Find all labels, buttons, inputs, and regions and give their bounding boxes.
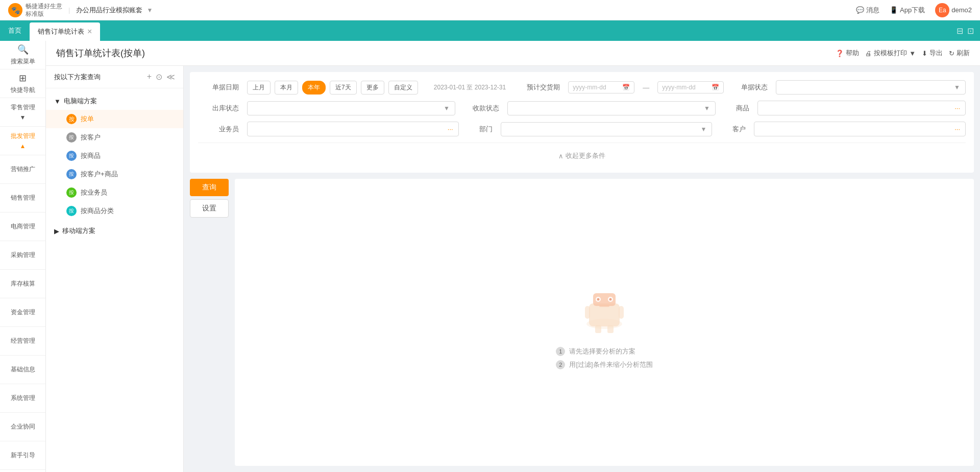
top-bar-left: 🐾 畅捷通好生意 标准版 | 办公用品行业模拟账套 ▼ xyxy=(8,3,153,17)
message-button[interactable]: 💬 消息 xyxy=(856,6,879,15)
tree-child-by-goods[interactable]: 按 按商品 xyxy=(46,147,183,165)
tree-child-by-customer-goods[interactable]: 按 按客户+商品 xyxy=(46,165,183,183)
more-dates-btn[interactable]: 更多 xyxy=(361,81,384,95)
tree-child-by-order[interactable]: 按 按单 xyxy=(46,110,183,128)
page-actions: ❓ 帮助 🖨 按模板打印 ▼ ⬇ 导出 ↻ 刷新 xyxy=(836,49,970,58)
last-7days-btn[interactable]: 近7天 xyxy=(330,81,357,95)
export-icon: ⬇ xyxy=(922,50,927,57)
breadcrumb-text: 办公用品行业模拟账套 xyxy=(76,6,142,15)
tab-home[interactable]: 首页 xyxy=(0,20,30,41)
delivery-date-to[interactable]: yyyy-mm-dd 📅 xyxy=(657,81,724,93)
tree-child-by-customer[interactable]: 按 按客户 xyxy=(46,128,183,147)
empty-tip-2: 2 用[过滤]条件来缩小分析范围 xyxy=(556,360,652,369)
salesperson-label: 业务员 xyxy=(198,125,239,134)
refresh-button[interactable]: ↻ 刷新 xyxy=(949,49,970,58)
filter-row-2: 出库状态 ▼ 收款状态 ▼ 商品 ··· xyxy=(198,101,966,115)
sidebar-item-app-center[interactable]: 应用中心 xyxy=(0,470,45,472)
svg-rect-10 xyxy=(595,325,601,333)
sidebar-item-ecom[interactable]: 电商管理 xyxy=(0,213,45,241)
collapse-icon: ∧ xyxy=(558,152,564,160)
empty-illustration xyxy=(574,275,635,337)
tab-close-icon[interactable]: × xyxy=(87,27,92,36)
sidebar-item-search[interactable]: 🔍 搜索菜单 xyxy=(0,41,45,69)
logo-area: 🐾 畅捷通好生意 标准版 xyxy=(8,3,62,17)
outbound-status-select[interactable]: ▼ xyxy=(247,101,455,115)
query-button[interactable]: 查询 xyxy=(190,179,229,196)
collapse-more-conditions[interactable]: ∧ 收起更多条件 xyxy=(554,147,609,164)
customer-input[interactable]: ··· xyxy=(754,122,966,136)
this-year-btn[interactable]: 本年 xyxy=(302,81,326,95)
tree-child-by-category[interactable]: 按 按商品分类 xyxy=(46,202,183,220)
sidebar-item-marketing[interactable]: 营销推广 xyxy=(0,155,45,184)
custom-date-btn[interactable]: 自定义 xyxy=(388,81,418,95)
dept-label: 部门 xyxy=(467,125,493,134)
breadcrumb-dropdown-icon[interactable]: ▼ xyxy=(146,7,153,14)
scheme-tree: ▼ 电脑端方案 按 按单 按 按客户 按 按商品 xyxy=(46,88,183,244)
sidebar-item-system[interactable]: 系统管理 xyxy=(0,384,45,413)
sidebar-item-retail[interactable]: 零售管理 ▼ xyxy=(0,98,45,127)
sidebar-item-operations[interactable]: 经营管理 xyxy=(0,327,45,356)
outbound-label: 出库状态 xyxy=(198,104,239,113)
app-download-button[interactable]: 📱 App下载 xyxy=(890,6,925,15)
tree-expand-mobile-icon: ▶ xyxy=(54,227,59,235)
sidebar-item-sales-mgmt[interactable]: 销售管理 xyxy=(0,184,45,213)
settings-scheme-icon[interactable]: ⊙ xyxy=(156,72,162,82)
delivery-date-label: 预计交货期 xyxy=(514,83,560,92)
page-title: 销售订单统计表(按单) xyxy=(56,47,145,59)
nav-icon: ⊞ xyxy=(19,73,27,84)
tab-sales-order[interactable]: 销售订单统计表 × xyxy=(30,22,100,41)
receipt-label: 收款状态 xyxy=(463,104,499,113)
tree-expand-icon: ▼ xyxy=(54,98,61,105)
tab-expand-icon[interactable]: ⊡ xyxy=(967,26,974,36)
svg-rect-8 xyxy=(585,306,590,319)
doc-status-select[interactable]: ▼ xyxy=(776,80,966,95)
last-month-btn[interactable]: 上月 xyxy=(247,81,271,95)
help-button[interactable]: ❓ 帮助 xyxy=(836,49,859,58)
scheme-icon-customer: 按 xyxy=(66,132,77,143)
svg-rect-11 xyxy=(607,325,614,333)
tree-child-by-salesperson[interactable]: 按 按业务员 xyxy=(46,183,183,202)
this-month-btn[interactable]: 本月 xyxy=(275,81,298,95)
sidebar-item-quick-nav[interactable]: ⊞ 快捷导航 xyxy=(0,69,45,98)
tree-parent-mobile[interactable]: ▶ 移动端方案 xyxy=(46,222,183,240)
query-buttons: 查询 设置 xyxy=(190,179,229,466)
scheme-icon-order: 按 xyxy=(66,114,77,124)
phone-icon: 📱 xyxy=(890,6,898,14)
sidebar-item-inventory[interactable]: 库存核算 xyxy=(0,270,45,298)
logo-icon: 🐾 xyxy=(8,3,22,17)
export-button[interactable]: ⬇ 导出 xyxy=(922,49,943,58)
refresh-icon: ↻ xyxy=(949,50,954,57)
goods-more-icon[interactable]: ··· xyxy=(954,104,960,112)
user-profile[interactable]: Ea demo2 xyxy=(935,3,972,17)
date-range-text: 2023-01-01 至 2023-12-31 xyxy=(434,83,506,92)
salesperson-more-icon[interactable]: ··· xyxy=(448,125,453,133)
customer-more-icon[interactable]: ··· xyxy=(954,125,960,133)
settings-button[interactable]: 设置 xyxy=(190,199,229,218)
sidebar-item-finance[interactable]: 资金管理 xyxy=(0,298,45,327)
left-panel: 按以下方案查询 + ⊙ ≪ ▼ 电脑端方案 按 按单 xyxy=(46,66,184,472)
salesperson-input[interactable]: ··· xyxy=(247,122,459,136)
sidebar-item-enterprise[interactable]: 企业协同 xyxy=(0,413,45,441)
left-panel-title: 按以下方案查询 xyxy=(54,73,101,82)
sidebar-item-wholesale[interactable]: 批发管理 ▲ xyxy=(0,127,45,155)
sidebar-item-purchase[interactable]: 采购管理 xyxy=(0,241,45,270)
calendar-icon-to: 📅 xyxy=(712,84,719,91)
page-header: 销售订单统计表(按单) ❓ 帮助 🖨 按模板打印 ▼ ⬇ 导出 ↻ 刷新 xyxy=(46,41,980,66)
goods-input[interactable]: ··· xyxy=(757,101,966,115)
receipt-status-select[interactable]: ▼ xyxy=(507,101,716,115)
filter-row-1: 单据日期 上月 本月 本年 近7天 更多 自定义 2023-01-01 至 20… xyxy=(198,80,966,95)
tree-parent-label: 电脑端方案 xyxy=(64,97,97,106)
add-scheme-icon[interactable]: + xyxy=(147,72,152,82)
collapse-panel-icon[interactable]: ≪ xyxy=(166,72,175,82)
scheme-icon-customer-goods: 按 xyxy=(66,169,77,179)
user-avatar: Ea xyxy=(935,3,949,17)
dept-select[interactable]: ▼ xyxy=(501,122,713,136)
template-print-button[interactable]: 🖨 按模板打印 ▼ xyxy=(865,49,916,58)
sidebar-item-basic-info[interactable]: 基础信息 xyxy=(0,356,45,384)
doc-status-chevron: ▼ xyxy=(954,84,960,91)
sidebar-item-new-user[interactable]: 新手引导 xyxy=(0,441,45,470)
tree-parent-pc[interactable]: ▼ 电脑端方案 xyxy=(46,92,183,110)
tab-bar: 首页 销售订单统计表 × ⊟ ⊡ xyxy=(0,20,980,41)
delivery-date-from[interactable]: yyyy-mm-dd 📅 xyxy=(568,81,634,93)
tab-minimize-icon[interactable]: ⊟ xyxy=(957,26,963,36)
